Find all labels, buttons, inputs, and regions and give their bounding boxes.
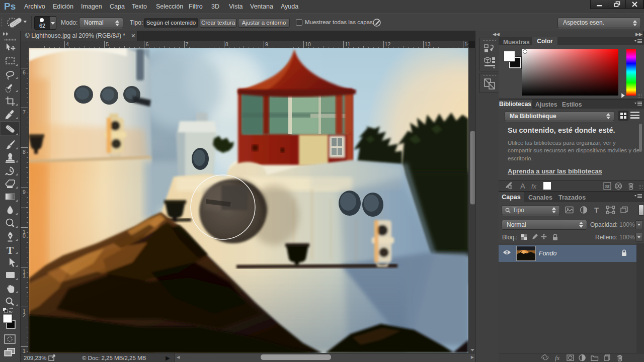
- svg-text:T: T: [7, 244, 14, 256]
- svg-text:fx: fx: [555, 354, 560, 361]
- svg-text:fx: fx: [531, 183, 537, 190]
- svg-text:A: A: [520, 182, 525, 190]
- svg-text:T: T: [594, 206, 599, 214]
- svg-text:St: St: [605, 184, 610, 189]
